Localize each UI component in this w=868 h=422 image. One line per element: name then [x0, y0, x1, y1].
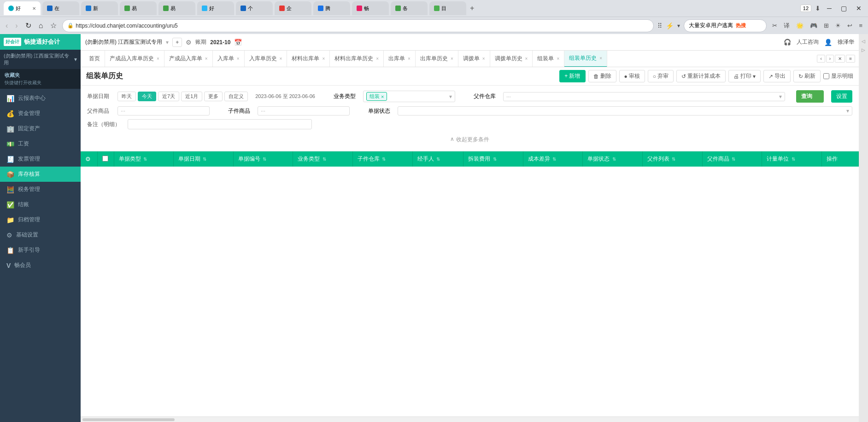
game-icon[interactable]: 🎮 [808, 21, 819, 30]
tab-close-icon[interactable]: × [280, 56, 282, 61]
browser-tab-12[interactable]: 目 [429, 1, 466, 15]
sidebar-item-fixed-assets[interactable]: 🏢 固定资产 [0, 121, 81, 136]
sidebar-item-salary[interactable]: 💵 工资 [0, 136, 81, 151]
yesterday-btn[interactable]: 昨天 [117, 92, 136, 101]
minimize-button[interactable]: ─ [824, 5, 834, 12]
col-cost-diff[interactable]: 成本差异 ⇅ [523, 151, 583, 167]
status-input[interactable]: ▾ [398, 106, 852, 116]
col-bill-status[interactable]: 单据状态 ⇅ [583, 151, 643, 167]
today-btn[interactable]: 今天 [138, 92, 156, 101]
col-handler[interactable]: 经手人 ⇅ [412, 151, 463, 167]
tab-close-icon[interactable]: × [322, 56, 325, 61]
tab-close-icon[interactable]: × [237, 56, 240, 61]
tab-close-icon[interactable]: × [451, 56, 453, 61]
warehouse-input[interactable]: ··· ▾ [503, 92, 785, 101]
browser-tab-9[interactable]: 腾 [313, 1, 350, 15]
tab-material-issue-history[interactable]: 材料出库单历史 × [330, 51, 384, 67]
sidebar-item-fund[interactable]: 💰 资金管理 [0, 106, 81, 121]
settings-button[interactable]: 设置 [831, 90, 852, 103]
remark-input[interactable] [128, 119, 312, 129]
sidebar-item-guide[interactable]: 📋 新手引导 [0, 243, 81, 258]
parent-goods-ellipsis[interactable]: ··· [121, 108, 125, 114]
browser-tab-chanjet[interactable]: 好 ✕ [4, 1, 41, 15]
tab-close-icon[interactable]: × [599, 56, 602, 61]
browser-tab-10[interactable]: 畅 [352, 1, 389, 15]
new-tab-button[interactable]: + [468, 4, 476, 12]
col-sub-warehouse[interactable]: 子件仓库 ⇅ [352, 151, 412, 167]
scrollbar-thumb[interactable] [82, 418, 175, 421]
browser-tab-11[interactable]: 各 [391, 1, 428, 15]
sidebar-item-member[interactable]: V 畅会员 [0, 258, 81, 273]
print-dropdown-arrow[interactable]: ▾ [753, 73, 756, 80]
tab-close-icon[interactable]: × [205, 56, 208, 61]
close-window-button[interactable]: ✕ [853, 5, 864, 12]
tab-receipt-history[interactable]: 入库单历史 × [245, 51, 287, 67]
query-button[interactable]: 查询 [796, 90, 824, 103]
tab-finished-goods-history[interactable]: 产成品入库单历史 × [105, 51, 164, 67]
tab-close-icon[interactable]: × [482, 56, 485, 61]
parent-goods-input[interactable]: ··· [117, 106, 210, 116]
column-settings-icon[interactable]: ⚙ [85, 156, 91, 162]
print-button[interactable]: 🖨 打印 ▾ [728, 70, 761, 82]
col-checkbox-header[interactable] [97, 151, 114, 167]
company-dropdown-arrow[interactable]: ▾ [166, 39, 169, 46]
sidebar-item-tax[interactable]: 🧮 税务管理 [0, 182, 81, 197]
tab-finished-goods[interactable]: 产成品入库单 × [164, 51, 213, 67]
sidebar-item-inventory[interactable]: 📦 库存核算 [0, 167, 81, 182]
biz-type-tag-remove[interactable]: × [381, 94, 384, 99]
refresh-button[interactable]: ↻ [23, 20, 33, 31]
col-parent-list[interactable]: 父件列表 ⇅ [643, 151, 703, 167]
tab-transfer-history[interactable]: 调拨单历史 × [490, 51, 533, 67]
address-input[interactable]: 🔒 https://cloud.chanjet.com/accounting/u… [62, 19, 654, 32]
warehouse-ellipsis[interactable]: ··· [506, 93, 511, 100]
sidebar-item-closing[interactable]: ✅ 结账 [0, 197, 81, 212]
browser-tab-4[interactable]: 易 [158, 1, 195, 15]
browser-tab-3[interactable]: 易 [120, 1, 157, 15]
browser-tab-7[interactable]: 企 [275, 1, 311, 15]
horizontal-scrollbar[interactable] [81, 416, 859, 422]
last7-btn[interactable]: 近7天 [158, 92, 179, 101]
tab-assembly[interactable]: 组装单 × [533, 51, 564, 67]
child-goods-input[interactable]: ··· [258, 106, 350, 116]
custom-btn[interactable]: 自定义 [224, 92, 248, 101]
recalculate-button[interactable]: ↺ 重新计算成本 [676, 70, 726, 82]
tab-close-icon[interactable]: ✕ [32, 6, 36, 11]
dropdown-icon[interactable]: ▾ [677, 23, 680, 29]
last-month-btn[interactable]: 近1月 [181, 92, 202, 101]
tab-close-icon[interactable]: × [408, 56, 411, 61]
col-bill-date[interactable]: 单据日期 ⇅ [174, 151, 234, 167]
sun-icon[interactable]: ☀ [833, 21, 843, 30]
scissors-icon[interactable]: ✂ [770, 21, 779, 30]
calendar-icon[interactable]: 📅 [234, 39, 242, 46]
right-sidebar-icon-2[interactable]: ▷ [862, 47, 865, 52]
consult-label[interactable]: 人工咨询 [797, 38, 819, 46]
sidebar-bookmarks[interactable]: 收藏夹 快捷键打开收藏夹 [0, 69, 81, 89]
tab-issue[interactable]: 出库单 × [384, 51, 416, 67]
company-dropdown-icon[interactable]: ▾ [74, 56, 77, 63]
col-disassemble-fee[interactable]: 拆装费用 ⇅ [463, 151, 523, 167]
maximize-button[interactable]: ▢ [838, 5, 850, 12]
browser-tab-5[interactable]: 好 [197, 1, 234, 15]
col-biz-type[interactable]: 业务类型 ⇅ [293, 151, 353, 167]
col-unit[interactable]: 计量单位 ⇅ [762, 151, 822, 167]
col-settings[interactable]: ⚙ [81, 151, 97, 167]
search-input[interactable]: 大量安卓用户逃离 热搜 [684, 19, 767, 32]
tab-receipt[interactable]: 入库单 × [213, 51, 245, 67]
history-icon[interactable]: ↩ [845, 21, 854, 30]
home-button[interactable]: ⌂ [37, 21, 45, 31]
select-all-checkbox[interactable] [102, 156, 108, 162]
status-dropdown-arrow[interactable]: ▾ [846, 108, 849, 114]
col-parent-goods[interactable]: 父件商品 ⇅ [702, 151, 762, 167]
collapse-button[interactable]: ∧ 收起更多条件 [87, 133, 852, 146]
biz-type-dropdown[interactable]: ▾ [449, 93, 452, 100]
right-sidebar-icon-1[interactable]: ◁ [862, 39, 865, 44]
sidebar-item-cloud-reports[interactable]: 📊 云报表中心 [0, 91, 81, 106]
sidebar-item-archive[interactable]: 📁 归档管理 [0, 212, 81, 227]
menu-icon[interactable]: ≡ [857, 21, 864, 30]
lightning-icon[interactable]: ⚡ [666, 22, 674, 29]
tabs-scroll-right[interactable]: › [826, 55, 834, 63]
delete-button[interactable]: 🗑 删除 [588, 70, 616, 82]
col-bill-type[interactable]: 单据类型 ⇅ [114, 151, 174, 167]
sidebar-item-settings[interactable]: ⚙ 基础设置 [0, 227, 81, 243]
add-company-button[interactable]: + [172, 38, 182, 47]
